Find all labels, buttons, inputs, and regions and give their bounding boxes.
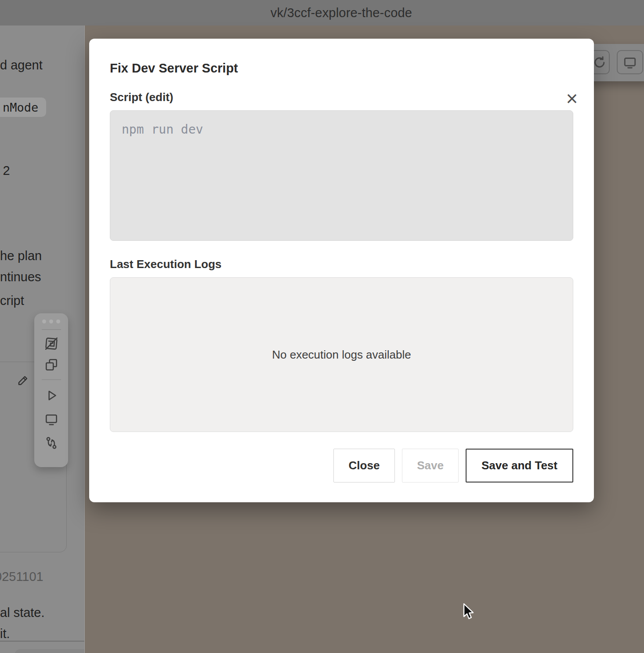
window-title: vk/3ccf-explore-the-code — [271, 6, 412, 20]
script-input[interactable] — [110, 110, 573, 241]
monitor-button[interactable] — [617, 50, 643, 74]
git-compare-icon[interactable] — [43, 435, 60, 451]
save-and-test-button[interactable]: Save and Test — [466, 449, 573, 482]
timestamp-fragment: 0251101 — [0, 570, 43, 584]
logs-label: Last Execution Logs — [110, 257, 573, 272]
toolbar-divider — [42, 329, 61, 330]
chat-input-partial[interactable] — [14, 649, 85, 653]
window-title-bar: vk/3ccf-explore-the-code — [0, 0, 644, 25]
copy-icon[interactable] — [43, 356, 60, 373]
script-label: Script (edit) — [110, 90, 573, 105]
code-badge: nMode — [0, 98, 46, 117]
fix-dev-server-modal: Fix Dev Server Script × Script (edit) La… — [89, 39, 594, 502]
toolbar-divider — [42, 379, 61, 380]
chat-sidebar: d agent nMode v 2 he plan ntinues cript — [0, 25, 85, 653]
chat-text-fragment: v 2 — [0, 163, 10, 178]
monitor-icon — [622, 55, 637, 70]
chat-text-fragment: d agent — [0, 58, 43, 73]
chat-text-fragment: ntinues — [0, 270, 41, 284]
play-icon[interactable] — [43, 387, 60, 404]
chat-text-fragment: al state. — [0, 606, 45, 620]
drag-handle-icon[interactable] — [42, 319, 60, 323]
mouse-cursor — [463, 603, 476, 623]
logs-empty-message: No execution logs available — [272, 348, 411, 362]
floating-toolbar — [34, 313, 68, 467]
app-logo-icon[interactable] — [43, 335, 60, 352]
sidebar-divider — [0, 641, 85, 642]
app-window: vk/3ccf-explore-the-code d agent nMode v… — [0, 0, 644, 653]
logs-box: No execution logs available — [110, 277, 573, 432]
close-icon[interactable]: × — [561, 88, 582, 109]
modal-title: Fix Dev Server Script — [110, 60, 573, 76]
save-button[interactable]: Save — [402, 449, 459, 482]
chat-text-fragment: it. — [0, 627, 10, 641]
chat-text-fragment: he plan — [0, 249, 42, 263]
edit-pencil-icon[interactable] — [16, 374, 30, 388]
modal-footer: Close Save Save and Test — [110, 449, 573, 482]
monitor-icon[interactable] — [43, 411, 60, 428]
chat-text-fragment: cript — [0, 294, 24, 308]
close-button[interactable]: Close — [333, 449, 395, 482]
